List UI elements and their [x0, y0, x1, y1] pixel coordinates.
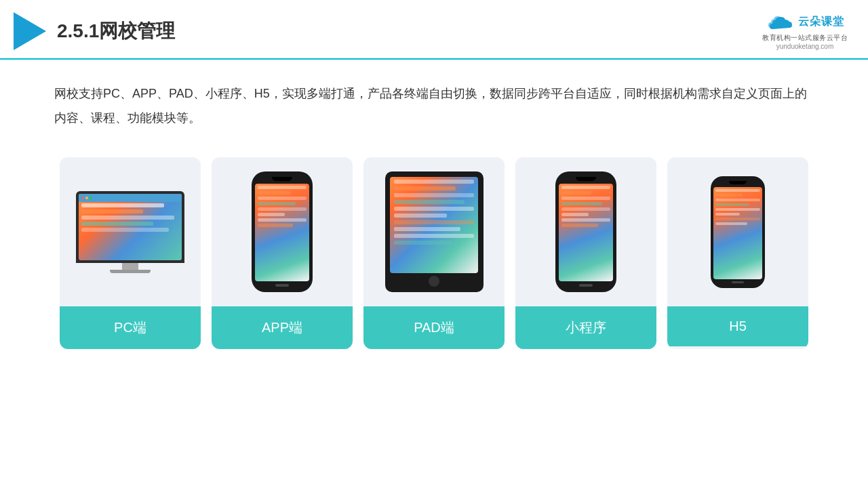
phone-home-mini — [579, 284, 593, 287]
logo-slogan: 教育机构一站式服务云平台 — [762, 33, 848, 43]
description-content: 网校支持PC、APP、PAD、小程序、H5，实现多端打通，产品各终端自由切换，数… — [54, 87, 807, 125]
tablet-home — [429, 276, 439, 287]
logo-area: 云朵课堂 教育机构一站式服务云平台 yunduoketang.com — [762, 13, 848, 50]
page-header: 2.5.1网校管理 云朵课堂 教育机构一站式服务云平台 yunduoketang… — [0, 0, 868, 60]
card-app: APP端 — [212, 157, 353, 349]
card-pad-label: PAD端 — [363, 306, 505, 349]
card-h5: H5 — [667, 157, 808, 349]
phone-notch — [272, 177, 292, 181]
logo-text: 云朵课堂 — [798, 15, 844, 29]
card-pc: PC端 — [60, 157, 201, 349]
pc-mockup — [73, 191, 188, 273]
card-app-image — [212, 157, 353, 306]
play-icon — [14, 12, 46, 50]
cards-container: PC端 APP端 — [0, 144, 868, 369]
card-app-label: APP端 — [212, 306, 353, 349]
phone-screen-mini — [559, 184, 613, 281]
card-pc-label: PC端 — [60, 306, 201, 349]
logo-cloud: 云朵课堂 — [766, 13, 844, 32]
card-miniprogram: 小程序 — [515, 157, 656, 349]
card-miniprogram-label: 小程序 — [515, 306, 656, 349]
tablet-screen — [390, 177, 478, 273]
card-pad: PAD端 — [363, 157, 505, 349]
mini-screen — [713, 187, 762, 279]
phone-notch-mini — [576, 177, 596, 181]
logo-url: yunduoketang.com — [776, 43, 834, 50]
card-pc-image — [60, 157, 201, 306]
mini-home — [732, 281, 744, 283]
phone-home — [275, 284, 289, 287]
phone-screen — [255, 184, 309, 281]
card-h5-image — [667, 157, 808, 306]
h5-phone-mockup — [711, 176, 765, 288]
card-pad-image — [363, 157, 505, 306]
description-text: 网校支持PC、APP、PAD、小程序、H5，实现多端打通，产品各终端自由切换，数… — [0, 60, 868, 144]
tablet-mockup — [385, 171, 484, 292]
cloud-icon — [766, 13, 794, 32]
miniprogram-phone-mockup — [555, 171, 616, 292]
app-phone-mockup — [252, 171, 313, 292]
mini-notch — [729, 181, 747, 184]
card-h5-label: H5 — [667, 306, 808, 346]
card-miniprogram-image — [515, 157, 656, 306]
header-left: 2.5.1网校管理 — [14, 12, 175, 50]
page-title: 2.5.1网校管理 — [57, 18, 175, 44]
